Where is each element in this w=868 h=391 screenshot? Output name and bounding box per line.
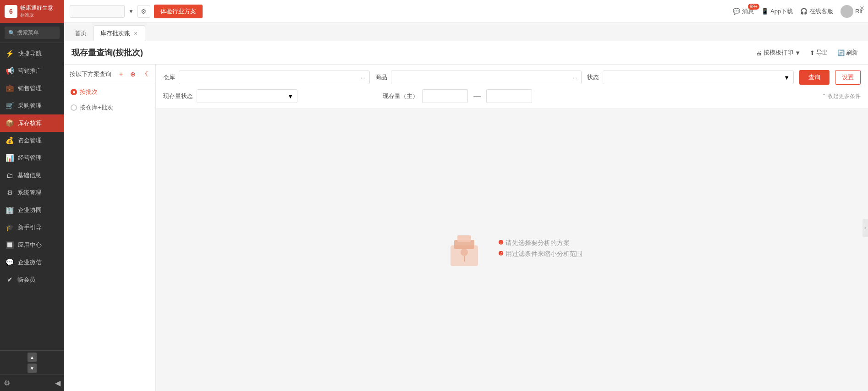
sidebar-item-purchase[interactable]: 🛒 采购管理 — [0, 97, 64, 114]
sidebar-item-quick[interactable]: ⚡ 快捷导航 — [0, 45, 64, 62]
tab-batch-close-button[interactable]: × — [133, 30, 138, 37]
search-menu-button[interactable]: 🔍 搜索菜单 — [5, 27, 60, 39]
sidebar-item-inventory[interactable]: 📦 库存核算 — [0, 114, 64, 132]
refresh-label: 刷新 — [846, 49, 858, 57]
content-body: 按以下方案查询 ＋ ⊕ 《 按批次 按仓库+批次 — [64, 65, 868, 391]
empty-step2: ❷ 用过滤条件来缩小分析范围 — [498, 250, 582, 258]
stock-quantity-field: 现存量（主） — — [383, 89, 597, 103]
sidebar-bottom: ⚙ ◀ — [0, 375, 64, 391]
filter-sidebar: 按以下方案查询 ＋ ⊕ 《 按批次 按仓库+批次 — [64, 65, 156, 391]
filter-radio-inner — [73, 91, 75, 93]
search-icon: 🔍 — [8, 30, 15, 36]
warehouse-input-area[interactable]: ··· — [179, 71, 370, 84]
sidebar-item-apps[interactable]: 🔲 应用中心 — [0, 236, 64, 254]
collapse-button[interactable]: ⌃ 收起更多条件 — [822, 92, 861, 100]
apps-icon: 🔲 — [5, 241, 14, 249]
sidebar-item-wechat[interactable]: 💬 企业微信 — [0, 254, 64, 271]
stock-status-select[interactable]: ▼ — [197, 89, 297, 103]
sidebar-item-label-system: 系统管理 — [17, 189, 41, 197]
sidebar-item-label-apps: 应用中心 — [18, 241, 42, 249]
service-icon: 🎧 — [800, 8, 808, 15]
sidebar-item-sales[interactable]: 💼 销售管理 — [0, 80, 64, 97]
product-input-area[interactable]: ··· — [391, 71, 582, 84]
empty-text-area: ❶ 请先选择要分析的方案 ❷ 用过滤条件来缩小分析范围 — [498, 239, 582, 261]
stock-quantity-max-input[interactable] — [486, 89, 532, 103]
right-collapse-handle[interactable]: › — [863, 219, 868, 237]
sidebar-settings-button[interactable]: ⚙ — [4, 379, 10, 387]
sidebar-item-newbie[interactable]: 🎓 新手引导 — [0, 219, 64, 236]
tab-batch-label: 库存批次账 — [100, 29, 130, 38]
warehouse-more-button[interactable]: ··· — [361, 74, 366, 81]
sidebar-item-enterprise[interactable]: 🏢 企业协同 — [0, 201, 64, 219]
stock-quantity-min-input[interactable] — [422, 89, 468, 103]
sidebar-item-label-finance: 资金管理 — [18, 136, 42, 145]
experience-button[interactable]: 体验行业方案 — [154, 5, 203, 18]
sidebar-title: 畅康通好生意 — [20, 5, 53, 12]
filter-add-button[interactable]: ＋ — [116, 69, 126, 79]
app-download-label: App下载 — [770, 7, 793, 16]
empty-state: ❶ 请先选择要分析的方案 ❷ 用过滤条件来缩小分析范围 — [156, 109, 868, 391]
export-button[interactable]: ⬆ 导出 — [807, 47, 831, 59]
export-icon: ⬆ — [810, 49, 815, 56]
search-menu-label: 搜索菜单 — [17, 29, 39, 37]
message-badge: 99+ — [748, 4, 759, 10]
message-button[interactable]: 💬 消息 99+ — [733, 7, 754, 16]
empty-step1-label: 请先选择要分析的方案 — [505, 239, 570, 247]
filter-collapse-button[interactable]: 《 — [140, 69, 150, 79]
topbar-right: 💬 消息 99+ 📱 App下载 🎧 在线客服 Rit — [733, 5, 863, 18]
filter-item-by-warehouse-batch[interactable]: 按仓库+批次 — [64, 100, 155, 115]
customer-service-button[interactable]: 🎧 在线客服 — [800, 7, 833, 16]
message-icon: 💬 — [733, 8, 740, 15]
filter-sidebar-actions: ＋ ⊕ 《 — [116, 69, 150, 79]
topbar-search-input[interactable] — [70, 5, 125, 18]
avatar — [841, 5, 853, 18]
svg-point-3 — [461, 249, 468, 256]
sidebar-brand: 畅康通好生意 标准版 — [20, 5, 53, 18]
purchase-icon: 🛒 — [5, 102, 14, 110]
refresh-icon: 🔄 — [837, 49, 845, 56]
print-button[interactable]: 🖨 按模板打印 ▼ — [753, 47, 803, 59]
status-field: 状态 ▼ — [587, 71, 794, 84]
tab-batch[interactable]: 库存批次账 × — [93, 25, 145, 41]
sidebar-item-system[interactable]: ⚙ 系统管理 — [0, 184, 64, 201]
sidebar-item-label-enterprise: 企业协同 — [18, 206, 42, 214]
query-button[interactable]: 查询 — [799, 70, 830, 85]
filter-item-by-batch[interactable]: 按批次 — [64, 84, 155, 100]
app-download-button[interactable]: 📱 App下载 — [761, 7, 793, 16]
refresh-button[interactable]: 🔄 刷新 — [835, 47, 861, 59]
filter-radio-by-warehouse-batch — [71, 104, 77, 111]
filter-radio-by-batch — [71, 89, 77, 95]
product-field: 商品 ··· — [375, 71, 582, 84]
main-area: ▼ ⚙ 体验行业方案 💬 消息 99+ 📱 App下载 🎧 在线客服 Rit — [64, 0, 868, 391]
topbar-settings-button[interactable]: ⚙ — [137, 5, 150, 18]
scroll-down-button[interactable]: ▼ — [27, 364, 37, 373]
settings-button[interactable]: 设置 — [835, 70, 861, 85]
app-icon: 📱 — [761, 8, 769, 15]
sidebar-item-label-newbie: 新手引导 — [18, 223, 42, 232]
sidebar-item-marketing[interactable]: 📢 营销推广 — [0, 62, 64, 80]
filter-label-by-batch: 按批次 — [80, 88, 98, 96]
tab-home[interactable]: 首页 — [68, 25, 93, 41]
topbar-dropdown-button[interactable]: ▼ — [128, 8, 134, 15]
status-select[interactable]: ▼ — [603, 71, 794, 84]
page-title: 现存量查询(按批次) — [71, 47, 143, 58]
scroll-up-button[interactable]: ▲ — [27, 353, 37, 362]
sidebar-item-operation[interactable]: 📊 经营管理 — [0, 149, 64, 167]
sidebar-item-member[interactable]: ✔ 畅会员 — [0, 271, 64, 288]
filter-settings-button[interactable]: ⊕ — [128, 69, 138, 79]
sidebar-item-finance[interactable]: 💰 资金管理 — [0, 132, 64, 149]
main-content: 仓库 ··· 商品 ··· 状态 — [156, 65, 868, 391]
product-more-button[interactable]: ··· — [573, 74, 578, 81]
sidebar-item-label-wechat: 企业微信 — [18, 258, 42, 266]
filter-header-label: 按以下方案查询 — [70, 70, 111, 78]
stock-status-label: 现存量状态 — [163, 92, 193, 100]
sidebar-subtitle: 标准版 — [20, 12, 53, 18]
quick-icon: ⚡ — [5, 49, 14, 58]
operation-icon: 📊 — [5, 154, 14, 162]
sidebar-item-label-quick: 快捷导航 — [18, 49, 42, 58]
sidebar-item-basic[interactable]: 🗂 基础信息 — [0, 167, 64, 184]
marketing-icon: 📢 — [5, 67, 14, 75]
sidebar-collapse-button[interactable]: ◀ — [55, 379, 60, 387]
empty-step2-label: 用过滤条件来缩小分析范围 — [505, 250, 582, 258]
logo-text: 6 — [9, 8, 13, 15]
